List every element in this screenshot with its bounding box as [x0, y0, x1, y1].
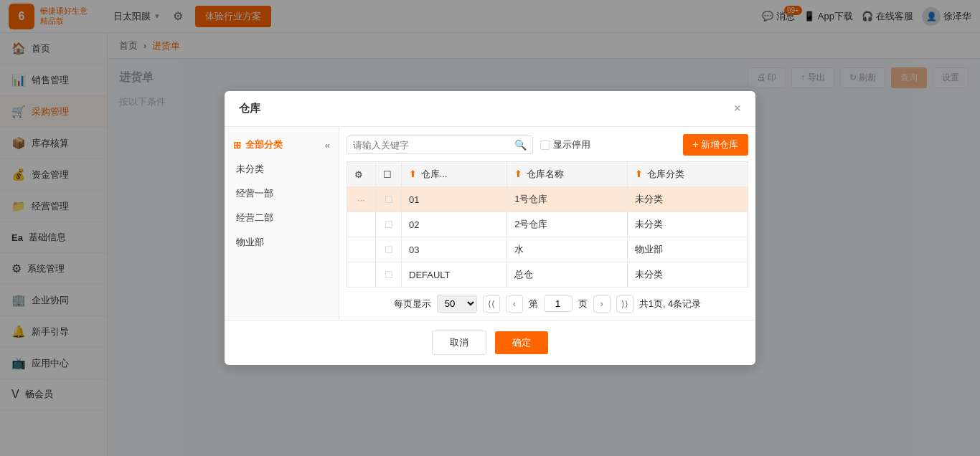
- category-item-0[interactable]: 未分类: [225, 157, 339, 181]
- row-actions: [347, 212, 376, 237]
- confirm-button[interactable]: 确定: [495, 331, 548, 354]
- warehouse-table: ⚙ ☐ ⬆ 仓库... ⬆ 仓库名称 ⬆: [347, 161, 748, 288]
- pagination: 每页显示 50 20 100 ⟨⟨ ‹ 第 页 › ⟩⟩ 共1页, 4条记录: [347, 295, 748, 313]
- row-checkbox[interactable]: ☐: [376, 237, 402, 262]
- warehouse-modal: 仓库 × ⊞ 全部分类 « 未分类 经营一部 经营二部 物业部: [225, 91, 755, 365]
- add-warehouse-button[interactable]: + 新增仓库: [683, 134, 748, 156]
- row-checkbox[interactable]: ☐: [376, 212, 402, 237]
- row-name: 总仓: [507, 262, 628, 288]
- table-toolbar: 🔍 显示停用 + 新增仓库: [347, 134, 748, 156]
- search-box: 🔍: [347, 136, 533, 154]
- row-name: 2号仓库: [507, 212, 628, 237]
- row-name: 1号仓库: [507, 187, 628, 212]
- col-name-header: ⬆ 仓库名称: [507, 162, 628, 187]
- category-sidebar: ⊞ 全部分类 « 未分类 经营一部 经营二部 物业部: [225, 127, 339, 320]
- table-area: 🔍 显示停用 + 新增仓库 ⚙ ☐ ⬆: [339, 127, 755, 320]
- category-item-1[interactable]: 经营一部: [225, 181, 339, 206]
- col-checkbox-header: ☐: [376, 162, 402, 187]
- category-item-3[interactable]: 物业部: [225, 230, 339, 255]
- search-icon: 🔍: [514, 139, 527, 151]
- modal-body: ⊞ 全部分类 « 未分类 经营一部 经营二部 物业部 🔍: [225, 127, 755, 320]
- show-disabled-checkbox[interactable]: [540, 140, 550, 150]
- grid-icon: ⊞: [233, 140, 241, 151]
- row-num: 01: [402, 187, 507, 212]
- first-page-button[interactable]: ⟨⟨: [483, 295, 500, 313]
- cancel-button[interactable]: 取消: [432, 331, 486, 355]
- col-category-header: ⬆ 仓库分类: [628, 162, 748, 187]
- row-checkbox[interactable]: ☐: [376, 187, 402, 212]
- row-checkbox[interactable]: ☐: [376, 262, 402, 288]
- category-item-2[interactable]: 经营二部: [225, 206, 339, 230]
- row-category: 未分类: [628, 212, 748, 237]
- modal-close-button[interactable]: ×: [733, 101, 741, 116]
- modal-footer: 取消 确定: [225, 320, 755, 365]
- sort-icon-cat: ⬆: [635, 168, 643, 179]
- page-number-input[interactable]: [544, 295, 573, 312]
- row-category: 物业部: [628, 237, 748, 262]
- row-num: 03: [402, 237, 507, 262]
- prev-page-button[interactable]: ‹: [506, 295, 523, 313]
- table-row[interactable]: ☐ 02 2号仓库 未分类: [347, 212, 748, 237]
- sort-icon-name: ⬆: [514, 168, 522, 179]
- row-category: 未分类: [628, 187, 748, 212]
- row-actions: [347, 237, 376, 262]
- all-categories-item[interactable]: ⊞ 全部分类 «: [225, 133, 339, 157]
- row-actions: ···: [347, 187, 376, 212]
- collapse-icon[interactable]: «: [325, 140, 330, 151]
- row-name: 水: [507, 237, 628, 262]
- show-disabled-label[interactable]: 显示停用: [540, 138, 590, 151]
- modal-header: 仓库 ×: [225, 91, 755, 127]
- search-input[interactable]: [353, 140, 510, 151]
- last-page-button[interactable]: ⟩⟩: [616, 295, 633, 313]
- table-row[interactable]: ··· ☐ 01 1号仓库 未分类: [347, 187, 748, 212]
- col-gear-header: ⚙: [347, 162, 376, 187]
- row-num: 02: [402, 212, 507, 237]
- table-row[interactable]: ☐ 03 水 物业部: [347, 237, 748, 262]
- col-code-header: ⬆ 仓库...: [402, 162, 507, 187]
- next-page-button[interactable]: ›: [593, 295, 611, 313]
- row-actions: [347, 262, 376, 288]
- row-category: 未分类: [628, 262, 748, 288]
- sort-icon: ⬆: [409, 168, 417, 179]
- modal-title: 仓库: [239, 102, 260, 115]
- modal-overlay[interactable]: 仓库 × ⊞ 全部分类 « 未分类 经营一部 经营二部 物业部: [0, 0, 980, 456]
- table-row[interactable]: ☐ DEFAULT 总仓 未分类: [347, 262, 748, 288]
- row-num: DEFAULT: [402, 262, 507, 288]
- row-ellipsis[interactable]: ···: [357, 194, 365, 205]
- per-page-select[interactable]: 50 20 100: [437, 295, 477, 313]
